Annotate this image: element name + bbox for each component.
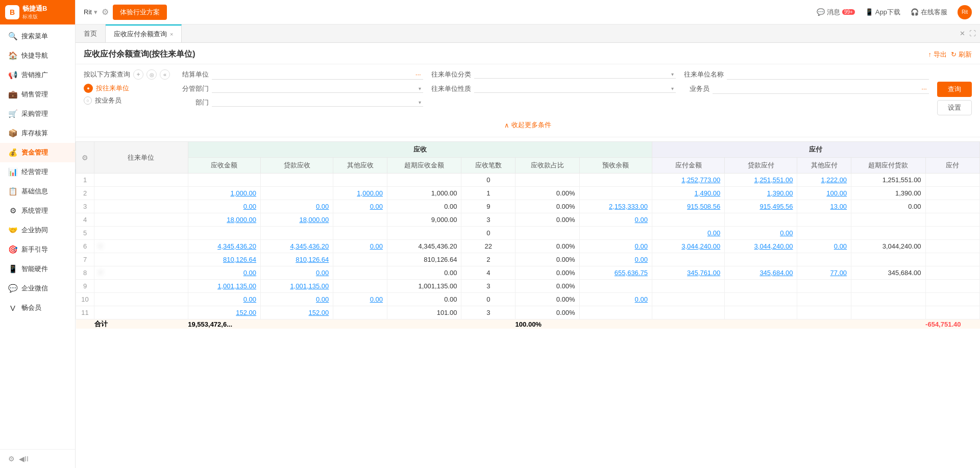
sidebar-item-wechat[interactable]: 💬 企业微信 [0,279,75,298]
sidebar-item-guide[interactable]: 🎯 新手引导 [0,240,75,259]
ar-loan[interactable]: 1,001,135.00 [261,280,333,293]
sidebar-item-search[interactable]: 🔍 搜索菜单 [0,27,75,46]
advance-link[interactable]: 0.00 [635,256,648,263]
ar-loan-link[interactable]: 810,126.64 [296,256,329,263]
ap-loan-link[interactable]: 3,044,240.00 [754,242,793,250]
tab-home[interactable]: 首页 [76,24,106,42]
add-icon[interactable]: + [133,69,143,80]
ar-loan[interactable]: 810,126.64 [261,253,333,266]
ar-amount-link[interactable]: 1,000.00 [230,189,256,197]
ar-amount-link[interactable]: 1,001,135.00 [217,282,256,290]
ap-other-link[interactable]: 13.00 [830,203,847,210]
ap-loan[interactable]: 1,251,551.00 [725,174,797,187]
ar-loan[interactable]: 0.00 [261,266,333,280]
query-button[interactable]: 查询 [937,82,972,97]
ap-other-link[interactable]: 0.00 [834,242,847,250]
solution-button[interactable]: 体验行业方案 [113,5,167,20]
sidebar-item-hardware[interactable]: 📱 智能硬件 [0,259,75,279]
sidebar-item-quicknav[interactable]: 🏠 快捷导航 [0,46,75,65]
option-by-partner[interactable]: ● 按往来单位 [84,84,170,93]
ap-loan[interactable]: 0.00 [725,227,797,240]
ar-other[interactable]: 1,000.00 [333,187,387,200]
online-service-action[interactable]: 🎧 在线客服 [911,8,947,17]
refresh-button[interactable]: ↻ 刷新 [951,50,972,59]
advance[interactable]: 2,153,333.00 [579,200,652,213]
ap-other[interactable]: 1,222.00 [797,174,851,187]
sidebar-item-marketing[interactable]: 📢 营销推广 [0,65,75,85]
advance-link[interactable]: 0.00 [635,295,648,303]
ar-other-link[interactable]: 0.00 [370,242,383,250]
sidebar-item-system[interactable]: ⚙ 系统管理 [0,201,75,220]
ap-amount[interactable]: 3,044,240.00 [652,240,724,253]
ap-amount-link[interactable]: 3,044,240.00 [681,242,720,250]
salesperson-input[interactable]: ··· [713,84,929,94]
ar-amount[interactable]: 0.00 [188,266,260,280]
ap-other-link[interactable]: 77.00 [830,269,847,277]
sidebar-item-inventory[interactable]: 📦 库存核算 [0,124,75,143]
sidebar-item-enterprise[interactable]: 🤝 企业协同 [0,220,75,240]
ap-amount[interactable]: 0.00 [652,227,724,240]
partner-nature-select[interactable]: ▾ [474,85,676,93]
ap-loan[interactable]: 915,495.56 [725,200,797,213]
company-selector[interactable]: Rit ▾ [84,8,97,16]
advance[interactable]: 0.00 [579,293,652,306]
ar-amount[interactable]: 152.00 [188,306,260,319]
ar-loan[interactable]: 18,000.00 [261,213,333,227]
ap-amount[interactable]: 345,761.00 [652,266,724,280]
collapse-more-btn[interactable]: ∧ 收起更多条件 [504,120,551,130]
ar-amount[interactable]: 18,000.00 [188,213,260,227]
ar-loan[interactable]: 0.00 [261,200,333,213]
ar-amount-link[interactable]: 4,345,436.20 [217,242,256,250]
header-gear-icon[interactable]: ⚙ [102,7,109,17]
ap-other[interactable]: 13.00 [797,200,851,213]
advance-link[interactable]: 0.00 [635,242,648,250]
sidebar-collapse-btn[interactable]: ◀II [19,455,29,463]
ar-other-link[interactable]: 0.00 [370,295,383,303]
ar-loan-link[interactable]: 4,345,436.20 [290,242,329,250]
ar-amount-link[interactable]: 0.00 [243,269,256,277]
ar-amount[interactable]: 0.00 [188,200,260,213]
ar-other-link[interactable]: 0.00 [370,203,383,210]
ap-other-link[interactable]: 100.00 [826,189,847,197]
advance-link[interactable]: 655,636.75 [615,269,648,277]
ap-amount-link[interactable]: 1,490.00 [695,189,721,197]
ap-loan-link[interactable]: 345,684.00 [760,269,793,277]
ap-amount-link[interactable]: 345,761.00 [687,269,720,277]
ap-other-link[interactable]: 1,222.00 [821,176,847,184]
advance[interactable]: 0.00 [579,253,652,266]
ap-loan-link[interactable]: 1,390.00 [767,189,793,197]
target-icon[interactable]: ◎ [146,69,157,80]
ar-amount[interactable]: 1,000.00 [188,187,260,200]
advance-link[interactable]: 0.00 [635,216,648,224]
advance-link[interactable]: 2,153,333.00 [609,203,648,210]
ar-loan-link[interactable]: 152.00 [309,309,329,316]
sidebar-settings-btn[interactable]: ⚙ [8,455,15,463]
messages-action[interactable]: 💬 消息 99+ [817,8,855,17]
ar-other[interactable]: 0.00 [333,240,387,253]
ap-loan[interactable]: 345,684.00 [725,266,797,280]
ar-amount-link[interactable]: 0.00 [243,203,256,210]
advance[interactable]: 655,636.75 [579,266,652,280]
department-select[interactable]: ▾ [212,98,423,107]
ap-loan-link[interactable]: 0.00 [780,229,793,237]
ap-amount-link[interactable]: 915,508.56 [687,203,720,210]
ar-loan-link[interactable]: 18,000.00 [299,216,329,224]
tab-close-icon[interactable]: × [170,31,173,37]
chevron-down-icon[interactable]: ▾ [94,8,97,16]
ap-amount-link[interactable]: 1,252,773.00 [681,176,720,184]
ar-loan-link[interactable]: 0.00 [316,269,329,277]
ar-amount[interactable]: 810,126.64 [188,253,260,266]
ar-loan-link[interactable]: 0.00 [316,203,329,210]
advance[interactable]: 0.00 [579,213,652,227]
sidebar-item-operations[interactable]: 📊 经营管理 [0,162,75,182]
division-select[interactable]: ▾ [212,85,423,93]
window-expand-icon[interactable]: ⛶ [969,30,976,37]
ap-other[interactable]: 100.00 [797,187,851,200]
ap-loan-link[interactable]: 915,495.56 [760,203,793,210]
ar-amount-link[interactable]: 0.00 [243,295,256,303]
partner-category-select[interactable]: ▾ [474,70,676,79]
ar-amount[interactable]: 4,345,436.20 [188,240,260,253]
ap-loan[interactable]: 1,390.00 [725,187,797,200]
ar-loan-link[interactable]: 0.00 [316,295,329,303]
ap-loan-link[interactable]: 1,251,551.00 [754,176,793,184]
